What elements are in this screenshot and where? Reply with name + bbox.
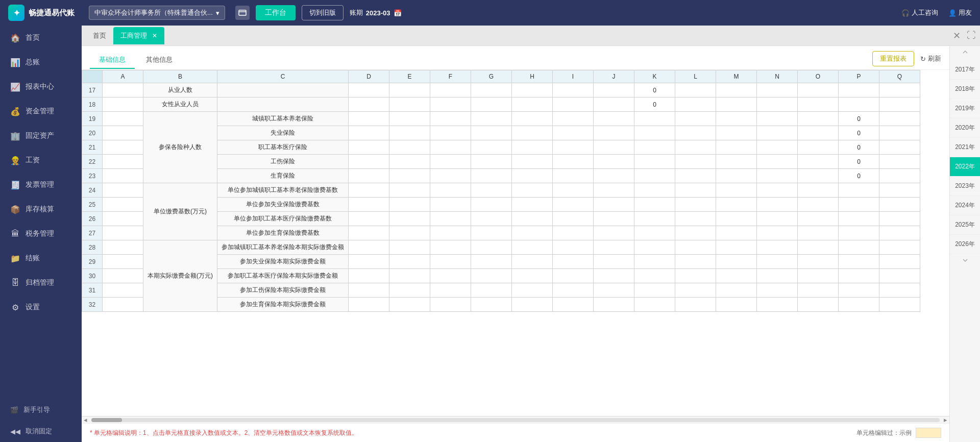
cell-empty[interactable] [512,140,553,155]
cell-empty[interactable] [430,269,471,283]
cell-p[interactable] [839,198,879,212]
cell-empty[interactable] [553,212,594,226]
cell-empty[interactable] [512,212,553,226]
cell-a[interactable] [103,269,143,283]
cell-c[interactable]: 参加城镇职工基本养老保险本期实际缴费金额 [217,240,349,255]
cell-empty[interactable] [757,183,798,198]
cell-empty[interactable] [512,183,553,198]
cell-q[interactable] [879,298,920,312]
cell-empty[interactable] [389,112,430,126]
reset-report-button[interactable]: 重置报表 [872,51,914,66]
cell-empty[interactable] [349,226,389,240]
cell-empty[interactable] [798,126,839,140]
cell-k[interactable] [634,112,675,126]
cell-empty[interactable] [675,183,716,198]
cell-empty[interactable] [553,83,594,97]
cell-c[interactable]: 职工基本医疗保险 [217,140,349,155]
cell-empty[interactable] [430,283,471,298]
cell-p[interactable] [839,240,879,255]
cell-empty[interactable] [675,126,716,140]
cell-empty[interactable] [430,255,471,269]
year-2026[interactable]: 2026年 [950,235,980,254]
cell-empty[interactable] [471,240,512,255]
user-area[interactable]: 👤 用友 [948,8,972,17]
cell-empty[interactable] [389,269,430,283]
cell-empty[interactable] [716,226,757,240]
cell-empty[interactable] [430,112,471,126]
cell-empty[interactable] [471,269,512,283]
cell-empty[interactable] [757,298,798,312]
cell-empty[interactable] [757,226,798,240]
cell-empty[interactable] [471,212,512,226]
cell-p[interactable] [839,97,879,112]
cell-empty[interactable] [594,126,634,140]
cell-empty[interactable] [798,183,839,198]
cell-k[interactable] [634,255,675,269]
cell-q[interactable] [879,183,920,198]
tab-industry[interactable]: 工商管理 ✕ [113,27,164,44]
cell-empty[interactable] [716,255,757,269]
cell-c[interactable]: 参加职工基本医疗保险本期实际缴费金额 [217,269,349,283]
cell-empty[interactable] [675,226,716,240]
cell-p[interactable] [839,298,879,312]
sidebar-item-settings[interactable]: ⚙ 设置 [0,295,82,320]
cell-b[interactable]: 从业人数 [143,83,217,97]
company-selector[interactable]: 中审众环会计师事务所（特殊普通合伙... ▾ [89,6,225,20]
scroll-track[interactable] [91,418,940,422]
horizontal-scrollbar[interactable]: ◂ ▸ [82,416,949,423]
cell-a[interactable] [103,83,143,97]
cell-empty[interactable] [716,97,757,112]
cell-a[interactable] [103,155,143,169]
cell-empty[interactable] [553,126,594,140]
cell-empty[interactable] [757,240,798,255]
cell-empty[interactable] [553,198,594,212]
cell-b[interactable]: 女性从业人员 [143,97,217,112]
cell-empty[interactable] [512,97,553,112]
cell-k[interactable] [634,140,675,155]
cell-empty[interactable] [349,97,389,112]
cell-k[interactable] [634,155,675,169]
cell-empty[interactable] [798,212,839,226]
cell-k[interactable] [634,169,675,183]
cell-empty[interactable] [675,169,716,183]
cell-p[interactable]: 0 [839,155,879,169]
cell-empty[interactable] [594,283,634,298]
year-2020[interactable]: 2020年 [950,118,980,138]
cell-empty[interactable] [594,97,634,112]
cell-empty[interactable] [349,212,389,226]
cell-empty[interactable] [553,169,594,183]
cell-empty[interactable] [471,198,512,212]
cell-c[interactable] [217,83,349,97]
cell-empty[interactable] [471,226,512,240]
cell-empty[interactable] [512,226,553,240]
cell-empty[interactable] [553,255,594,269]
cell-empty[interactable] [430,169,471,183]
cell-empty[interactable] [349,269,389,283]
cell-p[interactable] [839,83,879,97]
cell-empty[interactable] [553,283,594,298]
cell-empty[interactable] [389,183,430,198]
cell-empty[interactable] [389,140,430,155]
cell-empty[interactable] [349,155,389,169]
cell-b[interactable]: 本期实际缴费金额(万元) [143,240,217,312]
cell-empty[interactable] [798,83,839,97]
cell-a[interactable] [103,198,143,212]
cell-empty[interactable] [716,155,757,169]
cell-c[interactable]: 单位参加城镇职工基本养老保险缴费基数 [217,183,349,198]
cell-empty[interactable] [594,155,634,169]
company-icon-btn[interactable] [235,6,250,20]
cell-empty[interactable] [430,183,471,198]
ai-consult[interactable]: 🎧 人工咨询 [901,8,938,17]
cell-empty[interactable] [389,240,430,255]
cell-empty[interactable] [430,126,471,140]
year-2019[interactable]: 2019年 [950,99,980,118]
cell-empty[interactable] [757,97,798,112]
cell-empty[interactable] [594,240,634,255]
cell-empty[interactable] [349,240,389,255]
cell-empty[interactable] [349,169,389,183]
cell-c[interactable]: 单位参加失业保险缴费基数 [217,198,349,212]
cell-empty[interactable] [757,255,798,269]
cell-empty[interactable] [389,126,430,140]
cell-empty[interactable] [349,83,389,97]
cell-empty[interactable] [798,283,839,298]
